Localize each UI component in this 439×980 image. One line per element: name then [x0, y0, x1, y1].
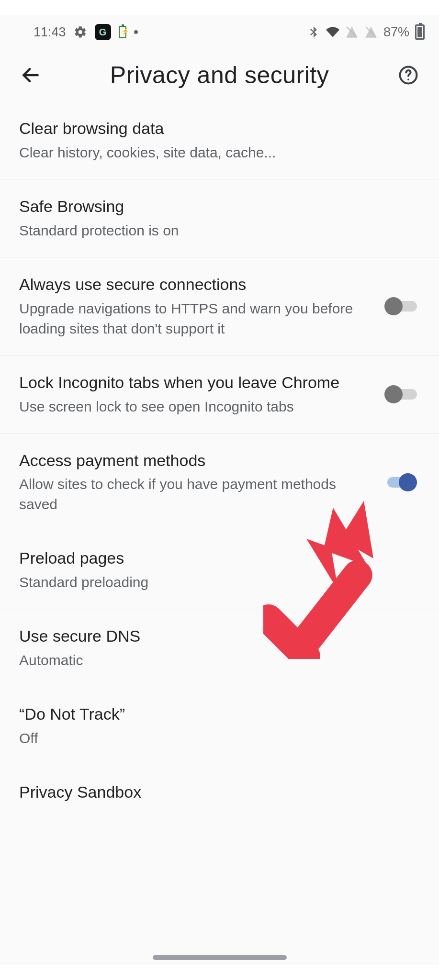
- always-https-toggle[interactable]: [384, 297, 417, 315]
- more-notifications-dot-icon: [134, 30, 138, 34]
- row-title: Use secure DNS: [19, 625, 410, 647]
- status-time: 11:43: [34, 25, 66, 40]
- no-sim-icon-2: [364, 25, 378, 39]
- privacy-sandbox-row[interactable]: Privacy Sandbox: [0, 765, 439, 811]
- settings-list: Clear browsing data Clear history, cooki…: [0, 101, 439, 811]
- battery-percent: 87%: [383, 25, 409, 40]
- page-title: Privacy and security: [58, 61, 381, 89]
- help-button[interactable]: [395, 62, 422, 89]
- row-subtitle: Allow sites to check if you have payment…: [19, 474, 375, 514]
- gesture-nav-bar[interactable]: [153, 955, 287, 960]
- row-title: Preload pages: [19, 547, 410, 569]
- row-subtitle: Off: [19, 728, 410, 748]
- row-subtitle: Automatic: [19, 650, 410, 670]
- back-button[interactable]: [17, 62, 44, 89]
- lock-incognito-toggle[interactable]: [384, 385, 417, 403]
- preload-pages-row[interactable]: Preload pages Standard preloading: [0, 531, 439, 609]
- app-notification-badge: G: [95, 24, 111, 40]
- row-subtitle: Use screen lock to see open Incognito ta…: [19, 397, 375, 417]
- row-title: Privacy Sandbox: [19, 781, 410, 803]
- row-title: Lock Incognito tabs when you leave Chrom…: [19, 372, 375, 394]
- row-title: Access payment methods: [19, 450, 375, 472]
- row-subtitle: Clear history, cookies, site data, cache…: [19, 143, 410, 163]
- status-bar: 11:43 G ⚡ 87%: [0, 15, 439, 49]
- row-subtitle: Standard protection is on: [19, 221, 410, 241]
- access-payment-row[interactable]: Access payment methods Allow sites to ch…: [0, 434, 439, 532]
- always-https-row[interactable]: Always use secure connections Upgrade na…: [0, 257, 439, 356]
- row-subtitle: Upgrade navigations to HTTPS and warn yo…: [19, 299, 375, 339]
- no-sim-icon: [345, 25, 359, 39]
- row-subtitle: Standard preloading: [19, 572, 410, 592]
- row-title: Clear browsing data: [19, 118, 410, 140]
- battery-icon: [415, 24, 425, 40]
- row-title: Always use secure connections: [19, 274, 375, 296]
- row-title: “Do Not Track”: [19, 703, 410, 725]
- lock-incognito-row[interactable]: Lock Incognito tabs when you leave Chrom…: [0, 356, 439, 434]
- row-title: Safe Browsing: [19, 196, 410, 218]
- safe-browsing-row[interactable]: Safe Browsing Standard protection is on: [0, 179, 439, 257]
- battery-saver-icon: ⚡: [119, 26, 126, 38]
- access-payment-toggle[interactable]: [384, 473, 417, 491]
- bluetooth-icon: [307, 25, 320, 39]
- do-not-track-row[interactable]: “Do Not Track” Off: [0, 687, 439, 765]
- gear-icon: [74, 25, 87, 39]
- wifi-icon: [326, 25, 339, 39]
- clear-browsing-data-row[interactable]: Clear browsing data Clear history, cooki…: [0, 101, 439, 179]
- secure-dns-row[interactable]: Use secure DNS Automatic: [0, 609, 439, 687]
- svg-point-4: [407, 78, 409, 80]
- app-bar: Privacy and security: [0, 49, 439, 101]
